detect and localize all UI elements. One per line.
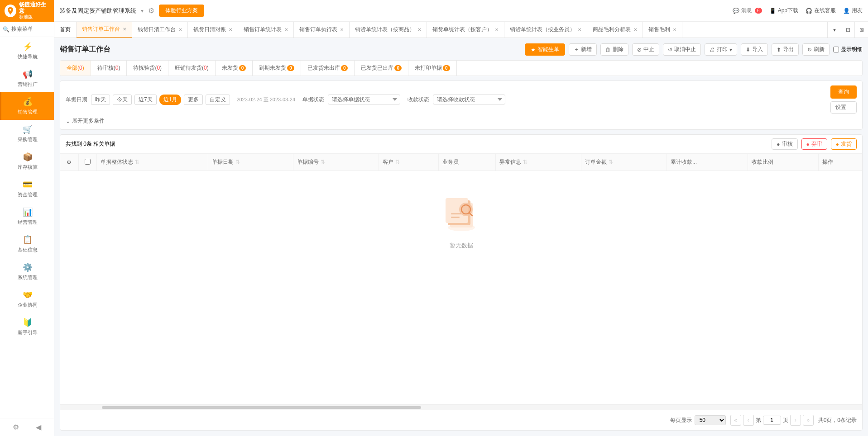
sidebar-item-purchase[interactable]: 🛒 采购管理 — [0, 120, 54, 147]
tab-sales-by-product[interactable]: 销货单统计表（按商品） ✕ — [350, 22, 427, 38]
th-checkbox[interactable] — [78, 154, 96, 171]
pause-btn[interactable]: ⊘ 中止 — [632, 43, 659, 56]
page-actions: ★ 智能生单 ＋ 新增 🗑 删除 ⊘ 中止 ↺ 取消中止 — [525, 43, 863, 56]
sidebar-item-sales[interactable]: 💰 销售管理 — [0, 92, 54, 120]
tab-maximize-btn[interactable]: ⊠ — [854, 22, 868, 38]
audit-btn[interactable]: ● 审核 — [772, 138, 797, 150]
filter-tab-expired-not-shipped[interactable]: 到期未发货0 — [253, 61, 301, 76]
tab-overflow-btn[interactable]: ▾ — [827, 22, 841, 38]
tab-sales-profit[interactable]: 销售毛利 ✕ — [643, 22, 682, 38]
ship-btn[interactable]: ● 发货 — [831, 138, 857, 150]
industry-btn[interactable]: 体验行业方案 — [159, 5, 204, 17]
import-btn[interactable]: ⬇ 导入 — [741, 43, 768, 56]
add-btn[interactable]: ＋ 新增 — [569, 43, 597, 56]
filter-tab-not-printed[interactable]: 未打印单据0 — [408, 61, 457, 76]
first-page-btn[interactable]: « — [730, 415, 741, 426]
search-btn[interactable]: 查询 — [830, 85, 857, 99]
online-service-item[interactable]: 🎧 在线客服 — [806, 7, 836, 14]
tab-product-margin[interactable]: 商品毛利分析表 ✕ — [587, 22, 643, 38]
filter-tab-pending-inspection[interactable]: 待拣验货(0) — [127, 61, 168, 76]
date-btn-today[interactable]: 今天 — [113, 95, 132, 105]
tab-close-icon[interactable]: ✕ — [123, 27, 126, 32]
reject-btn[interactable]: ● 弃审 — [801, 138, 827, 150]
settings-icon[interactable]: ⚙ — [13, 423, 19, 431]
th-date[interactable]: 单据日期⇅ — [208, 154, 293, 171]
settings-icon[interactable]: ⚙ — [148, 6, 154, 15]
export-btn[interactable]: ⬆ 导出 — [772, 43, 799, 56]
page-label: 第 — [756, 417, 761, 424]
page-input[interactable] — [763, 416, 781, 425]
th-amount[interactable]: 订单金额⇅ — [581, 154, 667, 171]
message-item[interactable]: 💬 消息 6 — [733, 7, 762, 14]
horizontal-scrollbar[interactable] — [60, 404, 862, 410]
filter-tab-shipped-not-warehoused[interactable]: 已发货未出库0 — [301, 61, 355, 76]
scrollbar-thumb[interactable] — [102, 406, 421, 409]
filter-settings-btn[interactable]: 设置 — [830, 101, 857, 114]
tab-home[interactable]: 首页 — [54, 22, 77, 38]
sidebar-item-quick-nav[interactable]: ⚡ 快捷导航 — [0, 37, 54, 65]
sidebar-nav: ⚡ 快捷导航 📢 营销推广 💰 销售管理 🛒 采购管理 📦 库存核算 💳 资金管… — [0, 37, 54, 418]
tab-sales-stats[interactable]: 销售订单统计表 ✕ — [238, 22, 294, 38]
date-btn-custom[interactable]: 自定义 — [206, 95, 230, 105]
sidebar-item-inventory[interactable]: 📦 库存核算 — [0, 147, 54, 175]
sidebar-item-operations[interactable]: 📊 经营管理 — [0, 203, 54, 230]
app-download-item[interactable]: 📱 App下载 — [769, 7, 798, 14]
tab-close-icon[interactable]: ✕ — [633, 27, 637, 32]
app-icon: 📱 — [769, 8, 776, 14]
date-btn-yesterday[interactable]: 昨天 — [91, 95, 110, 105]
sidebar-item-finance[interactable]: 💳 资金管理 — [0, 175, 54, 203]
sidebar-item-enterprise[interactable]: 🤝 企业协同 — [0, 285, 54, 313]
th-customer[interactable]: 客户⇅ — [379, 154, 438, 171]
user-item[interactable]: 👤 用友 — [843, 7, 863, 14]
tab-close-icon[interactable]: ✕ — [229, 27, 232, 32]
tab-sales-by-customer[interactable]: 销货单统计表（按客户） ✕ — [427, 22, 504, 38]
refresh-btn[interactable]: ↻ 刷新 — [802, 43, 830, 56]
th-number[interactable]: 单据编号⇅ — [293, 154, 379, 171]
last-page-btn[interactable]: » — [803, 415, 814, 426]
tab-close-icon[interactable]: ✕ — [340, 27, 344, 32]
sidebar-item-system[interactable]: ⚙️ 系统管理 — [0, 258, 54, 285]
cancel-pause-btn[interactable]: ↺ 取消中止 — [663, 43, 701, 56]
th-settings[interactable]: ⚙ — [60, 154, 78, 171]
filter-tab-not-shipped[interactable]: 未发货0 — [216, 61, 253, 76]
sidebar-search[interactable]: 🔍 搜索菜单 — [0, 22, 54, 37]
tab-cash-daily[interactable]: 钱货日清工作台 ✕ — [132, 22, 188, 38]
date-btn-last7[interactable]: 近7天 — [134, 95, 157, 105]
tab-restore-btn[interactable]: ⊡ — [841, 22, 854, 38]
tab-close-icon[interactable]: ✕ — [417, 27, 421, 32]
filter-tab-all[interactable]: 全部(0) — [60, 61, 91, 76]
tab-close-icon[interactable]: ✕ — [178, 27, 182, 32]
filter-area: 单据日期 昨天 今天 近7天 近1月 更多 自定义 2023-02-24 至 2… — [60, 81, 863, 130]
date-btn-last1m[interactable]: 近1月 — [159, 95, 182, 105]
select-all-checkbox[interactable] — [85, 159, 91, 165]
filter-tab-shipped-warehoused[interactable]: 已发货已出库0 — [355, 61, 408, 76]
sidebar-item-marketing[interactable]: 📢 营销推广 — [0, 65, 54, 92]
status-select[interactable]: 请选择单据状态 — [328, 95, 400, 104]
delete-icon: 🗑 — [605, 47, 611, 53]
page-size-select[interactable]: 50 10 20 100 — [695, 415, 726, 425]
tab-close-icon[interactable]: ✕ — [495, 27, 499, 32]
tab-sales-exec[interactable]: 销售订单执行表 ✕ — [294, 22, 350, 38]
tab-close-icon[interactable]: ✕ — [578, 27, 581, 32]
prev-page-btn[interactable]: ‹ — [743, 415, 754, 426]
date-btn-more[interactable]: 更多 — [184, 95, 203, 105]
smart-btn[interactable]: ★ 智能生单 — [525, 43, 565, 56]
tab-cash-reconcile[interactable]: 钱货日清对账 ✕ — [188, 22, 238, 38]
payment-select[interactable]: 请选择收款状态 — [433, 95, 505, 104]
show-detail-checkbox[interactable] — [833, 47, 839, 52]
sort-icon: ⇅ — [609, 159, 613, 165]
print-btn[interactable]: 🖨 打印 ▾ — [705, 43, 737, 56]
tab-sales-by-staff[interactable]: 销货单统计表（按业务员） ✕ — [504, 22, 587, 38]
collapse-icon[interactable]: ◀ — [36, 423, 41, 431]
show-detail-label[interactable]: 显示明细 — [833, 46, 863, 53]
sidebar-item-basic-info[interactable]: 📋 基础信息 — [0, 230, 54, 258]
delete-btn[interactable]: 🗑 删除 — [600, 43, 628, 56]
expand-btn[interactable]: ⌄ 展开更多条件 — [66, 117, 857, 125]
sidebar-item-guide[interactable]: 🔰 新手引导 — [0, 313, 54, 341]
filter-tab-wangpu[interactable]: 旺铺待发货(0) — [168, 61, 216, 76]
tab-close-icon[interactable]: ✕ — [284, 27, 288, 32]
filter-tab-pending-review[interactable]: 待审核(0) — [91, 61, 127, 76]
tab-sales-workbench[interactable]: 销售订单工作台 ✕ — [77, 22, 132, 38]
next-page-btn[interactable]: › — [790, 415, 801, 426]
tab-close-icon[interactable]: ✕ — [673, 27, 676, 32]
